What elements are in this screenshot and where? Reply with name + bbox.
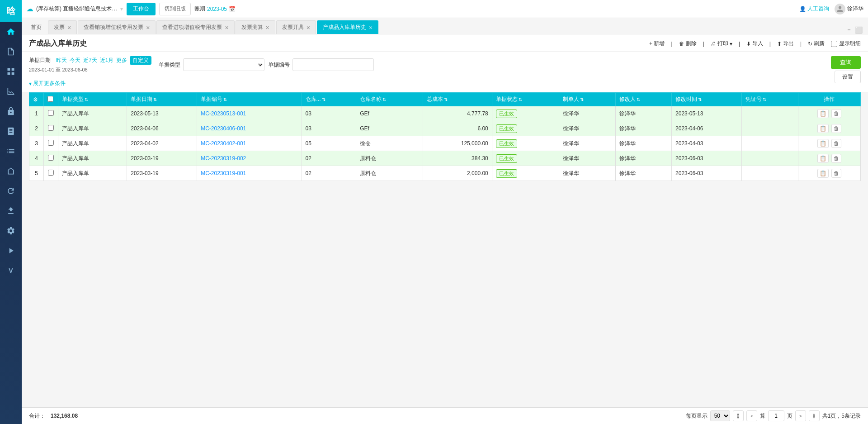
tab-calc[interactable]: 发票测算 × — [236, 20, 275, 34]
tab-view-sales[interactable]: 查看销项增值税专用发票 × — [78, 20, 156, 34]
switch-button[interactable]: 切到旧版 — [159, 3, 191, 15]
th-date[interactable]: 单据日期⇅ — [127, 93, 197, 106]
tab-home[interactable]: 首页 — [25, 20, 47, 34]
delete-button[interactable]: 🗑 删除 — [677, 39, 698, 48]
shortcut-custom[interactable]: 自定义 — [130, 56, 151, 65]
sidebar-item-v[interactable]: V — [0, 261, 22, 281]
document-link[interactable]: MC-20230319-001 — [201, 170, 246, 176]
number-input[interactable] — [292, 58, 374, 71]
settings-icon[interactable]: ⚙ — [33, 96, 38, 103]
edit-button[interactable]: 📋 — [817, 124, 829, 133]
cell-number[interactable]: MC-20230513-001 — [197, 106, 302, 121]
row-checkbox-cell[interactable] — [44, 166, 58, 181]
cell-number[interactable]: MC-20230402-001 — [197, 136, 302, 151]
workbench-button[interactable]: 工作台 — [127, 3, 156, 15]
delete-row-button[interactable]: 🗑 — [831, 109, 841, 118]
document-link[interactable]: MC-20230406-001 — [201, 125, 246, 132]
shortcut-yesterday[interactable]: 昨天 — [56, 57, 67, 64]
minimize-button[interactable]: － — [846, 26, 852, 34]
tab-close-invoice[interactable]: × — [67, 24, 71, 31]
set-button[interactable]: 设置 — [835, 71, 861, 83]
tab-close-view-sales[interactable]: × — [146, 24, 150, 31]
tab-history[interactable]: 产成品入库单历史 × — [317, 20, 378, 34]
cell-number[interactable]: MC-20230319-001 — [197, 166, 302, 181]
tab-invoice[interactable]: 发票 × — [48, 20, 77, 34]
service-button[interactable]: 👤 人工咨询 — [799, 5, 829, 13]
row-checkbox-cell[interactable] — [44, 106, 58, 121]
cell-number[interactable]: MC-20230406-001 — [197, 121, 302, 136]
sidebar-item-warehouse[interactable] — [0, 161, 22, 181]
sidebar-item-doc[interactable] — [0, 42, 22, 62]
sidebar-item-chart[interactable] — [0, 81, 22, 101]
expand-more[interactable]: ▾ 展开更多条件 — [29, 80, 827, 87]
row-checkbox-cell[interactable] — [44, 151, 58, 166]
sidebar-item-home[interactable] — [0, 22, 22, 42]
show-detail-checkbox[interactable] — [831, 41, 837, 47]
delete-row-button[interactable]: 🗑 — [831, 154, 841, 163]
import-button[interactable]: ⬇ 导入 — [745, 39, 765, 48]
page-number-input[interactable] — [768, 410, 784, 421]
document-link[interactable]: MC-20230402-001 — [201, 140, 246, 147]
tab-open[interactable]: 发票开具 × — [276, 20, 316, 34]
sidebar-item-download[interactable] — [0, 201, 22, 221]
select-all-checkbox[interactable] — [47, 96, 53, 102]
shortcut-today[interactable]: 今天 — [70, 57, 80, 64]
th-modify-time[interactable]: 修改时间⇅ — [672, 93, 742, 106]
sidebar-item-book[interactable] — [0, 121, 22, 141]
th-warehouse-code[interactable]: 仓库...⇅ — [302, 93, 356, 106]
new-button[interactable]: + 新增 — [647, 39, 666, 48]
edit-button[interactable]: 📋 — [817, 109, 829, 118]
th-creator[interactable]: 制单人⇅ — [559, 93, 616, 106]
maximize-button[interactable]: ⬜ — [855, 26, 863, 33]
refresh-button[interactable]: ↻ 刷新 — [806, 39, 826, 48]
sidebar-item-play[interactable] — [0, 241, 22, 261]
edit-button[interactable]: 📋 — [817, 139, 829, 148]
show-detail-toggle[interactable]: 显示明细 — [831, 40, 861, 48]
sidebar-item-grid[interactable] — [0, 62, 22, 81]
th-warehouse-name[interactable]: 仓库名称⇅ — [356, 93, 423, 106]
row-checkbox-cell[interactable] — [44, 136, 58, 151]
type-select[interactable] — [183, 58, 264, 71]
cell-number[interactable]: MC-20230319-002 — [197, 151, 302, 166]
export-button[interactable]: ⬆ 导出 — [775, 39, 796, 48]
tab-close-open[interactable]: × — [307, 24, 310, 31]
th-voucher[interactable]: 凭证号⇅ — [742, 93, 798, 106]
th-status[interactable]: 单据状态⇅ — [492, 93, 559, 106]
sidebar-item-refresh[interactable] — [0, 181, 22, 201]
sidebar-item-list[interactable] — [0, 141, 22, 161]
first-page-button[interactable]: ⟪ — [733, 410, 744, 421]
th-settings[interactable]: ⚙ — [29, 93, 44, 106]
th-modifier[interactable]: 修改人⇅ — [615, 93, 672, 106]
row-checkbox[interactable] — [48, 170, 54, 176]
shortcut-7days[interactable]: 近7天 — [83, 57, 97, 64]
row-checkbox[interactable] — [48, 110, 54, 116]
row-checkbox[interactable] — [48, 155, 54, 161]
user-menu[interactable]: 徐泽华 — [835, 4, 863, 14]
edit-button[interactable]: 📋 — [817, 154, 829, 163]
shortcut-1month[interactable]: 近1月 — [100, 57, 114, 64]
sidebar-item-lock[interactable] — [0, 101, 22, 121]
edit-button[interactable]: 📋 — [817, 169, 829, 178]
query-button[interactable]: 查询 — [831, 56, 861, 69]
tab-close-calc[interactable]: × — [266, 24, 269, 31]
document-link[interactable]: MC-20230319-002 — [201, 155, 246, 162]
row-checkbox[interactable] — [48, 140, 54, 146]
document-link[interactable]: MC-20230513-001 — [201, 110, 246, 117]
th-number[interactable]: 单据编号⇅ — [197, 93, 302, 106]
shortcut-more[interactable]: 更多 — [116, 57, 127, 64]
th-total-cost[interactable]: 总成本⇅ — [423, 93, 492, 106]
delete-row-button[interactable]: 🗑 — [831, 124, 841, 133]
th-checkbox[interactable] — [44, 93, 58, 106]
tab-view-purchase[interactable]: 查看进项增值税专用发票 × — [156, 20, 234, 34]
row-checkbox[interactable] — [48, 125, 54, 131]
prev-page-button[interactable]: ＜ — [746, 410, 757, 421]
next-page-button[interactable]: ＞ — [795, 410, 806, 421]
delete-row-button[interactable]: 🗑 — [831, 169, 841, 178]
row-checkbox-cell[interactable] — [44, 121, 58, 136]
per-page-select[interactable]: 50 — [710, 410, 730, 421]
delete-row-button[interactable]: 🗑 — [831, 139, 841, 148]
last-page-button[interactable]: ⟫ — [809, 410, 820, 421]
tab-close-history[interactable]: × — [369, 24, 373, 31]
th-type[interactable]: 单据类型⇅ — [58, 93, 127, 106]
sidebar-item-gear[interactable] — [0, 221, 22, 241]
